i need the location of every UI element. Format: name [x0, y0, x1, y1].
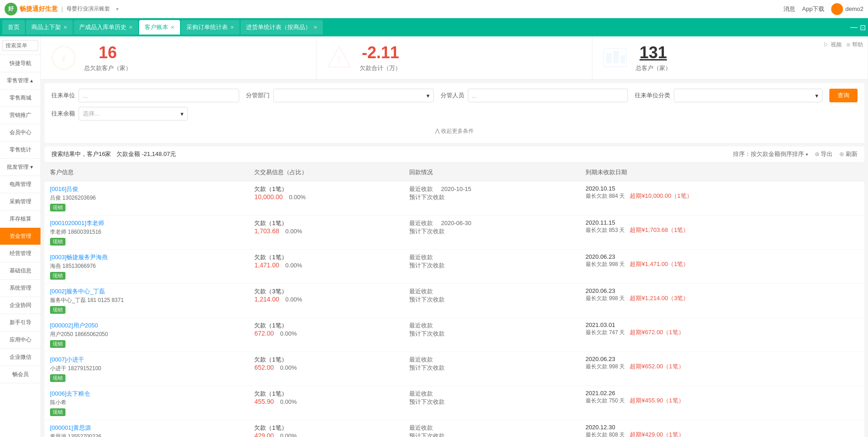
customer-tag: 现销 [50, 374, 65, 382]
view-video-btn[interactable]: ▷ 视频 [823, 41, 841, 49]
tab-goods-stats[interactable]: 进货单统计表（按商品） ✕ [241, 20, 323, 35]
customer-name-link[interactable]: [0007]小进干 [50, 356, 243, 364]
sidebar-item-inventory[interactable]: 库存核算 [0, 211, 40, 228]
search-input[interactable] [2, 40, 38, 51]
overdue-amount[interactable]: 超期¥672.00（1笔） [630, 329, 684, 336]
overdue-amount[interactable]: 超期¥1,703.68（1笔） [630, 226, 689, 233]
person-input[interactable]: ... [468, 89, 628, 102]
debt-amount[interactable]: 1,214.00 [254, 296, 279, 303]
debt-amount-row: 1,471.00 0.00% [254, 261, 398, 269]
sidebar-item-enterprise[interactable]: 企业协同 [0, 297, 40, 314]
sidebar-item-marketing[interactable]: 营销推广 [0, 107, 40, 124]
search-button[interactable]: 查询 [829, 89, 858, 102]
customer-name-link[interactable]: [0002]服务中心_丁磊 [50, 287, 243, 296]
stat-card-total-customers: 131 总客户（家） ▷ 视频 ⊙ 帮助 [592, 36, 868, 79]
nav-expand-icon[interactable]: ⊡ [860, 23, 866, 32]
filter-from-unit: 往来单位 ... [51, 89, 239, 102]
sidebar-item-batch-mgmt[interactable]: 批发管理 ▼ [0, 159, 40, 176]
overdue-info-row: 最长欠款 853 天 超期¥1,703.68（1笔） [586, 226, 859, 234]
table-row: [0001020001]李老师 李老师 18600391516 现销 欠款（1笔… [45, 216, 864, 250]
debt-amount[interactable]: 1,703.68 [254, 227, 279, 235]
export-btn[interactable]: ⊙ 导出 [815, 150, 833, 158]
sort-label[interactable]: 排序：按欠款金额倒序排序 ▾ [733, 150, 808, 158]
debt-amount[interactable]: 429.00 [254, 432, 274, 437]
refresh-btn[interactable]: ⊙ 刷新 [839, 150, 858, 158]
close-icon[interactable]: ✕ [171, 25, 175, 30]
tab-purchase-order[interactable]: 采购订单统计表 ✕ [181, 20, 240, 35]
message-btn[interactable]: 消息 [783, 5, 795, 13]
sidebar-item-basic-info[interactable]: 基础信息 [0, 262, 40, 280]
sidebar-item-retail-mall[interactable]: 零售商城 [0, 90, 40, 107]
tab-customer-account[interactable]: 客户账本 ✕ [139, 20, 180, 35]
customer-name-link[interactable]: [0016]吕俊 [50, 185, 243, 193]
debt-amount[interactable]: 652.00 [254, 364, 274, 371]
logo-icon: 好 [5, 3, 17, 15]
customer-tag: 现销 [50, 340, 65, 348]
customer-name-link[interactable]: [000001]黄思源 [50, 424, 243, 432]
sidebar-item-guide[interactable]: 新手引导 [0, 314, 40, 332]
sidebar-item-label: 资金管理 [10, 233, 31, 239]
sidebar-item-label: 会员中心 [10, 129, 31, 136]
sidebar-item-operations[interactable]: 经营管理 [0, 245, 40, 262]
unit-class-select[interactable]: ▾ [674, 89, 823, 102]
stat-number-debt-amount: -2.11 [362, 43, 399, 62]
sidebar-item-retail-stats[interactable]: 零售统计 [0, 141, 40, 159]
customer-name-link[interactable]: [0003]畅捷服务尹海燕 [50, 253, 243, 261]
customer-name-link[interactable]: [0001020001]李老师 [50, 219, 243, 227]
close-icon[interactable]: ✕ [230, 25, 234, 30]
tab-home[interactable]: 首页 [2, 20, 25, 35]
user-avatar[interactable]: demo2 [831, 3, 863, 15]
customer-name-link[interactable]: [000002]用户2050 [50, 321, 243, 330]
overdue-amount[interactable]: 超期¥455.90（1笔） [630, 397, 684, 404]
customer-name-link[interactable]: [0006]去下粮仓 [50, 390, 243, 398]
sidebar-item-finance[interactable]: 资金管理 [0, 228, 40, 245]
results-text: 搜索结果中，客户16家 [51, 151, 111, 157]
nav-minimize-icon[interactable]: — [850, 23, 858, 32]
collapse-btn[interactable]: ⋀ 收起更多条件 [51, 125, 858, 137]
person-label: 分管人员 [441, 91, 464, 100]
close-icon[interactable]: ✕ [129, 25, 133, 30]
sidebar-item-app-center[interactable]: 应用中心 [0, 332, 40, 349]
tab-product-status[interactable]: 商品上下架 ✕ [26, 20, 73, 35]
debt-count: 欠款（1笔） [254, 185, 398, 193]
balance-select[interactable]: 选择... ▾ [79, 107, 188, 121]
customer-phone: 海燕 18513066976 [50, 262, 243, 270]
dropdown-arrow-icon[interactable]: ▾ [116, 6, 119, 12]
close-icon[interactable]: ✕ [313, 25, 317, 30]
overdue-amount[interactable]: 超期¥10,000.00（1笔） [630, 192, 692, 199]
sidebar-item-member[interactable]: 会员中心 [0, 124, 40, 141]
debt-count: 欠款（1笔） [254, 219, 398, 227]
sidebar-item-retail-mgmt[interactable]: 零售管理 ▲ [0, 72, 40, 90]
customer-phone: 服务中心_丁磊 181 0125 8371 [50, 296, 243, 304]
debt-amount[interactable]: 1,471.00 [254, 261, 279, 269]
table-row: [000001]黄思源 黄思源 13552700226 现销 欠款（1笔） 42… [45, 420, 864, 437]
sidebar-item-label: 零售管理 [7, 77, 29, 85]
debt-percent: 0.00% [286, 262, 302, 269]
debt-amount[interactable]: 455.90 [254, 398, 274, 405]
dept-select[interactable]: ▾ [273, 89, 434, 102]
sidebar-item-quick-nav[interactable]: 快捷导航 [0, 55, 40, 72]
overdue-amount[interactable]: 超期¥652.00（1笔） [630, 363, 684, 370]
debt-amount[interactable]: 10,000.00 [254, 193, 282, 201]
overdue-amount[interactable]: 超期¥1,214.00（3笔） [630, 295, 689, 301]
overdue-amount[interactable]: 超期¥1,471.00（1笔） [630, 261, 689, 267]
from-unit-input[interactable]: ... [79, 89, 239, 102]
sidebar-item-purchase[interactable]: 采购管理 [0, 193, 40, 211]
sidebar-item-wechat[interactable]: 企业微信 [0, 349, 40, 366]
tab-home-label: 首页 [8, 23, 20, 31]
sidebar-item-ecommerce[interactable]: 电商管理 [0, 176, 40, 193]
app-download-btn[interactable]: App下载 [802, 5, 824, 13]
debt-amount[interactable]: 672.00 [254, 330, 274, 337]
close-icon[interactable]: ✕ [63, 25, 67, 30]
sidebar-item-system[interactable]: 系统管理 [0, 280, 40, 297]
table-row: [0003]畅捷服务尹海燕 海燕 18513066976 现销 欠款（1笔） 1… [45, 250, 864, 284]
view-label: 视频 [831, 41, 842, 48]
logo-text: 畅捷通好生意 [20, 5, 58, 13]
sidebar-item-vip[interactable]: 畅会员 [0, 366, 40, 383]
help-btn[interactable]: ⊙ 帮助 [846, 41, 863, 49]
cell-debt-info: 欠款（1笔） 1,471.00 0.00% [249, 250, 404, 284]
refresh-icon: ⊙ [839, 151, 844, 157]
overdue-amount[interactable]: 超期¥429.00（1笔） [630, 431, 684, 437]
tab-product-history[interactable]: 产成品入库单历史 ✕ [74, 20, 138, 35]
filter-person: 分管人员 ... [441, 89, 628, 102]
